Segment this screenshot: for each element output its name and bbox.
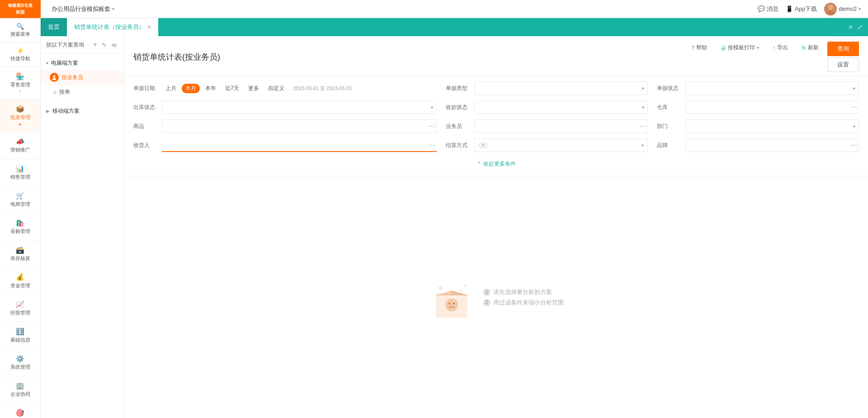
staff-input[interactable]: [474, 119, 648, 133]
date-prev-month[interactable]: 上月: [162, 83, 180, 94]
nav-sales[interactable]: 📊 销售管理: [0, 159, 40, 186]
filter-row-4: 收货人 ··· 结算方式: [133, 138, 859, 152]
doc-type-select[interactable]: [474, 81, 648, 95]
receiver-input[interactable]: [162, 138, 437, 152]
header-left: 畅捷通好生意 标版 办公用品行业模拟账套 ▾: [7, 0, 114, 18]
export-icon: ↑: [773, 45, 775, 51]
staff-control: ···: [474, 119, 648, 133]
nav-system[interactable]: ⚙️ 系统管理: [0, 349, 40, 376]
brand-control: ···: [685, 138, 859, 152]
app-download-action[interactable]: 📱 App下载: [786, 5, 817, 13]
message-action[interactable]: 💬 消息: [758, 5, 778, 13]
goods-input[interactable]: [162, 119, 437, 133]
settle-arrow-icon: ▾: [642, 143, 644, 148]
date-custom[interactable]: 自定义: [264, 83, 288, 94]
svg-point-8: [445, 299, 458, 311]
tab-expand-icon[interactable]: ⤢: [857, 23, 863, 32]
dept-select[interactable]: [685, 119, 859, 133]
warehouse-dots-btn[interactable]: ···: [851, 104, 857, 111]
nav-basic[interactable]: ℹ️ 基础信息: [0, 322, 40, 349]
brand-dots-btn[interactable]: ···: [851, 142, 857, 149]
settle-tag-close[interactable]: ×: [482, 142, 485, 148]
scheme-add-btn[interactable]: +: [92, 40, 98, 50]
out-status-select[interactable]: [162, 100, 437, 114]
scheme-sidebar: 按以下方案查询 + ✎ ≪ ▾ 电脑端方案: [41, 36, 124, 418]
tab-sales-stat[interactable]: 销货单统计表（按业务员） ×: [67, 18, 158, 36]
date-cur-month[interactable]: 本月: [182, 84, 200, 93]
nav-marketing[interactable]: 📣 营销推广: [0, 132, 40, 159]
filter-payment-status: 收款状态 ▾: [446, 100, 648, 114]
brand-area: 畅捷通好生意 标版: [0, 0, 41, 18]
staff-dot-icon: [50, 73, 59, 82]
nav-finance[interactable]: 💰 资金管理: [0, 268, 40, 295]
nav-inventory[interactable]: 🗃️ 库存核算: [0, 241, 40, 268]
date-cur-year[interactable]: 本年: [202, 83, 220, 94]
scheme-item-by-staff[interactable]: 按业务员: [41, 70, 124, 85]
scheme-actions: + ✎ ≪: [92, 40, 118, 50]
scheme-collapse-btn[interactable]: ≪: [110, 41, 118, 49]
help-icon: ?: [691, 45, 694, 51]
scheme-desktop-header[interactable]: ▾ 电脑端方案: [41, 57, 124, 70]
tab-minimize-icon[interactable]: ×: [848, 23, 853, 32]
main-content: 销货单统计表(按业务员) ? 帮助 🖨 按模板打印 ▾: [124, 36, 868, 418]
user-chevron-icon: ▾: [859, 6, 861, 11]
refresh-btn[interactable]: ↻ 刷新: [797, 42, 823, 54]
svg-point-10: [453, 303, 455, 304]
nav-quick-nav[interactable]: ⚡ 快捷导航: [0, 43, 40, 67]
marketing-icon: 📣: [16, 138, 24, 146]
top-header: 畅捷通好生意 标版 办公用品行业模拟账套 ▾ 💬 消息 📱 App下载: [0, 0, 868, 18]
filter-date: 单据日期 上月 本月 本年 近7天 更多 自定义: [133, 83, 437, 94]
print-btn[interactable]: 🖨 按模板打印 ▾: [717, 42, 763, 54]
tab-home[interactable]: 首页: [41, 18, 67, 36]
nav-retail[interactable]: 🏪 零售管理 ▾: [0, 67, 40, 100]
user-profile[interactable]: demo2 ▾: [824, 3, 861, 15]
nav-operation[interactable]: 📈 经营管理: [0, 295, 40, 322]
date-range-text: 2023-03-01 至 2023-03-31: [293, 85, 352, 92]
date-more[interactable]: 更多: [245, 83, 263, 94]
enterprise-icon: 🏢: [16, 382, 24, 390]
brand-text: 畅捷通好生意 标版: [6, 3, 34, 15]
nav-wholesale[interactable]: 📦 批发管理 ▲: [0, 100, 40, 132]
scheme-item-by-order[interactable]: ≡ 按单: [41, 85, 124, 99]
staff-dots-btn[interactable]: ···: [640, 123, 646, 130]
export-btn[interactable]: ↑ 导出: [769, 42, 792, 54]
settings-button[interactable]: 设置: [827, 57, 859, 72]
collapse-more-btn[interactable]: ⌃ 收起更多条件: [133, 157, 859, 171]
warehouse-control: ···: [685, 100, 859, 114]
filter-row-2: 出库状态 ▾ 收款状态 ▾: [133, 100, 859, 114]
mobile-arrow-icon: ▶: [46, 109, 50, 114]
empty-state: 1 请先选择要分析的方案 2 用过滤条件来缩小分析范围: [124, 176, 868, 418]
payment-status-select[interactable]: [474, 100, 648, 114]
app-selector[interactable]: 办公用品行业模拟账套 ▾: [52, 5, 114, 13]
query-button[interactable]: 查询: [827, 42, 859, 56]
nav-search-menu[interactable]: 🔍 搜索菜单: [0, 18, 40, 43]
svg-point-9: [448, 303, 450, 304]
brand-input[interactable]: [685, 138, 859, 152]
nav-ecommerce[interactable]: 🛒 电商管理: [0, 186, 40, 214]
tab-close-sales-stat[interactable]: ×: [147, 24, 151, 31]
newbie-icon: 🎯: [16, 409, 24, 417]
receiver-dots-btn[interactable]: ···: [429, 142, 434, 149]
nav-newbie[interactable]: 🎯 新手引导: [0, 404, 40, 418]
nav-enterprise[interactable]: 🏢 企业协同: [0, 376, 40, 404]
nav-purchase[interactable]: 🛍️ 采购管理: [0, 214, 40, 241]
out-status-control: ▾: [162, 100, 437, 114]
action-buttons-right: 查询 设置: [827, 42, 859, 72]
date-last7days[interactable]: 近7天: [222, 83, 243, 94]
goods-control: ···: [162, 119, 437, 133]
desktop-arrow-icon: ▾: [46, 61, 48, 66]
warehouse-input[interactable]: [685, 100, 859, 114]
scheme-mobile-header[interactable]: ▶ 移动端方案: [41, 104, 124, 118]
dept-control: ▾: [685, 119, 859, 133]
order-icon: ≡: [53, 89, 57, 95]
svg-point-11: [439, 286, 442, 290]
wholesale-icon: 📦: [16, 105, 24, 113]
filter-settle: 结算方式 × ▾: [446, 138, 648, 152]
header-right: 💬 消息 📱 App下载 demo2 ▾: [758, 3, 861, 15]
svg-point-3: [52, 78, 56, 81]
doc-status-select[interactable]: [685, 81, 859, 95]
goods-dots-btn[interactable]: ···: [429, 123, 434, 130]
help-btn[interactable]: ? 帮助: [687, 42, 711, 54]
settle-select[interactable]: [490, 139, 640, 152]
scheme-edit-btn[interactable]: ✎: [101, 41, 108, 49]
